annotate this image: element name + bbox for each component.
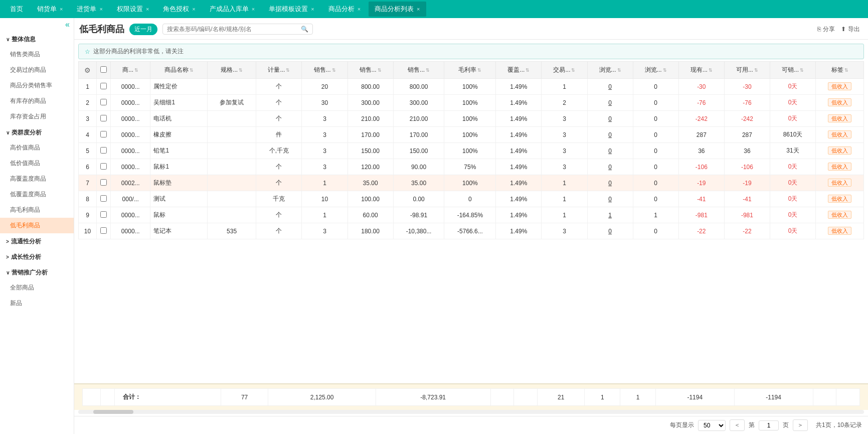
nav-close-销货单[interactable]: ×	[60, 6, 63, 12]
row-view1[interactable]: 0	[587, 175, 633, 191]
row-checkbox[interactable]	[97, 95, 111, 111]
nav-item-单据模板设置[interactable]: 单据模板设置×	[263, 2, 320, 17]
row-checkbox[interactable]	[97, 143, 111, 159]
sidebar-item-高覆盖度商品[interactable]: 高覆盖度商品	[0, 171, 74, 187]
row-gross-rate: 100%	[444, 111, 496, 127]
search-box[interactable]: 🔍	[162, 24, 313, 35]
row-view1[interactable]: 0	[587, 111, 633, 127]
sidebar-item-新品[interactable]: 新品	[0, 296, 74, 311]
nav-close-角色授权[interactable]: ×	[192, 6, 195, 12]
row-tag: 低收入	[816, 111, 864, 127]
row-view1[interactable]: 0	[587, 79, 633, 95]
footer-available: -1194	[734, 389, 813, 406]
sidebar-item-交易过的商品[interactable]: 交易过的商品	[0, 62, 74, 78]
sidebar-group-title-类群度分析[interactable]: ∨ 类群度分析	[0, 124, 74, 140]
row-no: 10	[79, 223, 97, 239]
row-name: 铅笔1	[150, 143, 207, 159]
nav-item-产成品入库单[interactable]: 产成品入库单×	[204, 2, 261, 17]
nav-item-商品分析列表[interactable]: 商品分析列表×	[369, 2, 426, 17]
sidebar-item-商品分类销售率[interactable]: 商品分类销售率	[0, 78, 74, 93]
sidebar-group-title-整体信息[interactable]: ∨ 整体信息	[0, 31, 74, 47]
nav-item-首页[interactable]: 首页	[4, 2, 29, 17]
row-checkbox[interactable]	[97, 79, 111, 95]
search-icon[interactable]: 🔍	[301, 26, 308, 33]
footer-sales-amount: -8,723.91	[376, 389, 490, 406]
row-sales-price: 800.00	[348, 79, 393, 95]
sidebar-item-高价值商品[interactable]: 高价值商品	[0, 140, 74, 156]
row-name: 测试	[150, 191, 207, 207]
sidebar-item-有库存的商品[interactable]: 有库存的商品	[0, 93, 74, 109]
row-tag: 低收入	[816, 143, 864, 159]
row-checkbox[interactable]	[97, 127, 111, 143]
nav-close-权限设置[interactable]: ×	[146, 6, 149, 12]
row-view1[interactable]: 0	[587, 159, 633, 175]
sidebar-item-库存资金占用[interactable]: 库存资金占用	[0, 109, 74, 124]
sidebar-group-title-流通性分析[interactable]: > 流通性分析	[0, 233, 74, 249]
nav-item-销货单[interactable]: 销货单×	[31, 2, 69, 17]
row-view1[interactable]: 0	[587, 127, 633, 143]
row-unit: 千克	[256, 191, 302, 207]
row-view1[interactable]: 0	[587, 223, 633, 239]
row-checkbox[interactable]	[97, 191, 111, 207]
sidebar-item-全部商品[interactable]: 全部商品	[0, 280, 74, 296]
nav-close-产成品入库单[interactable]: ×	[252, 6, 255, 12]
row-coverage: 1.49%	[496, 207, 542, 223]
search-input[interactable]	[167, 26, 298, 33]
row-unit: 件	[256, 127, 302, 143]
row-code: 0000...	[111, 223, 150, 239]
row-spec	[207, 79, 256, 95]
row-checkbox[interactable]	[97, 175, 111, 191]
nav-item-权限设置[interactable]: 权限设置×	[111, 2, 155, 17]
next-page-button[interactable]: ＞	[793, 419, 808, 431]
row-checkbox[interactable]	[97, 223, 111, 239]
select-all-checkbox[interactable]	[100, 66, 107, 73]
col-checkbox[interactable]	[97, 62, 111, 79]
row-tag: 低收入	[816, 79, 864, 95]
sidebar-item-销售类商品[interactable]: 销售类商品	[0, 47, 74, 62]
per-page-select[interactable]: 50 20 100	[698, 420, 726, 431]
row-available: -76	[724, 95, 770, 111]
sidebar-group-title-成长性分析[interactable]: > 成长性分析	[0, 249, 74, 264]
nav-item-角色授权[interactable]: 角色授权×	[157, 2, 201, 17]
prev-page-button[interactable]: ＜	[730, 419, 745, 431]
nav-close-商品分析[interactable]: ×	[358, 6, 361, 12]
nav-close-单据模板设置[interactable]: ×	[311, 6, 314, 12]
row-view1[interactable]: 0	[587, 95, 633, 111]
row-unit: 个	[256, 79, 302, 95]
page-number-input[interactable]	[759, 420, 779, 430]
row-code: 0000...	[111, 127, 150, 143]
sidebar-item-高毛利商品[interactable]: 高毛利商品	[0, 202, 74, 218]
col-settings[interactable]: ⚙	[79, 62, 97, 79]
nav-close-进货单[interactable]: ×	[99, 6, 102, 12]
row-checkbox[interactable]	[97, 111, 111, 127]
scrollbar-area[interactable]	[78, 410, 864, 414]
nav-item-进货单[interactable]: 进货单×	[71, 2, 108, 17]
row-tag: 低收入	[816, 127, 864, 143]
date-filter-badge[interactable]: 近一月	[129, 24, 157, 35]
sidebar-item-低覆盖度商品[interactable]: 低覆盖度商品	[0, 187, 74, 202]
nav-close-商品分析列表[interactable]: ×	[417, 6, 420, 12]
row-trade: 1	[542, 175, 587, 191]
export-button[interactable]: ⬆ 导出	[841, 25, 860, 34]
row-name: 属性定价	[150, 79, 207, 95]
col-tag: 标签⇅	[816, 62, 864, 79]
row-checkbox[interactable]	[97, 207, 111, 223]
row-view1[interactable]: 1	[587, 207, 633, 223]
row-view1[interactable]: 0	[587, 143, 633, 159]
share-icon: ⎘	[817, 26, 821, 33]
sidebar-item-低价值商品[interactable]: 低价值商品	[0, 156, 74, 171]
row-spec	[207, 207, 256, 223]
scrollbar-thumb[interactable]	[93, 410, 133, 414]
sidebar-group-4: ∨ 营销推广分析全部商品新品	[0, 264, 74, 311]
row-sales-count: 30	[302, 95, 348, 111]
row-available: 36	[724, 143, 770, 159]
row-name: 鼠标垫	[150, 175, 207, 191]
nav-item-商品分析[interactable]: 商品分析×	[322, 2, 367, 17]
share-button[interactable]: ⎘ 分享	[817, 25, 835, 34]
sidebar-group-title-营销推广分析[interactable]: ∨ 营销推广分析	[0, 264, 74, 280]
sidebar-item-低毛利商品[interactable]: 低毛利商品	[0, 218, 74, 233]
row-checkbox[interactable]	[97, 159, 111, 175]
sidebar-collapse-button[interactable]: «	[0, 18, 74, 31]
row-view1[interactable]: 0	[587, 191, 633, 207]
row-tag: 低收入	[816, 223, 864, 239]
